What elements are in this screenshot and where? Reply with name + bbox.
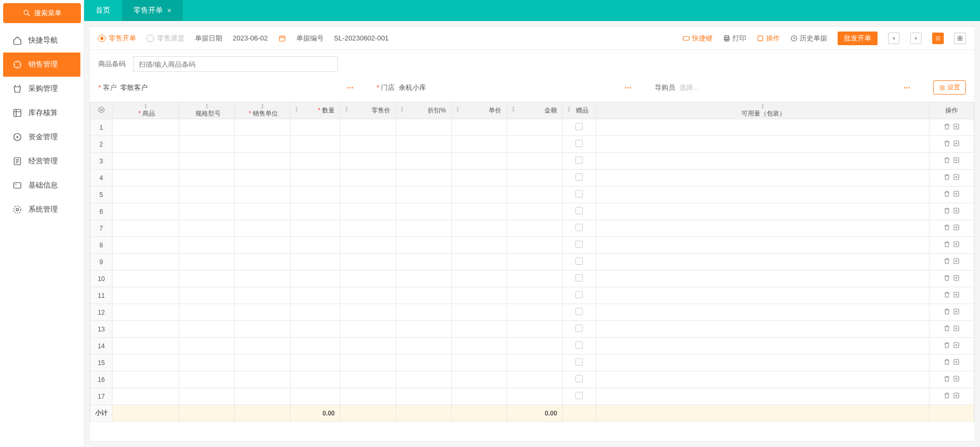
gift-checkbox[interactable] <box>575 257 583 265</box>
add-row-icon[interactable] <box>953 123 960 130</box>
add-row-icon[interactable] <box>953 241 960 248</box>
delete-icon[interactable] <box>943 358 951 366</box>
col-gear[interactable] <box>90 102 112 119</box>
table-row[interactable]: 12 <box>90 304 974 321</box>
gift-checkbox[interactable] <box>575 123 583 130</box>
sidebar-item-3[interactable]: 库存核算 <box>3 101 80 125</box>
delete-icon[interactable] <box>943 257 951 265</box>
next-icon-button[interactable] <box>910 33 922 44</box>
mode-return-radio[interactable]: 零售退货 <box>147 34 184 43</box>
col-unit-price[interactable]: 单价 <box>451 102 507 119</box>
gift-checkbox[interactable] <box>575 325 583 332</box>
delete-icon[interactable] <box>943 392 951 399</box>
table-row[interactable]: 7 <box>90 220 974 237</box>
delete-icon[interactable] <box>943 173 951 181</box>
sidebar-item-5[interactable]: 经营管理 <box>3 149 80 173</box>
col-amount[interactable]: 金额 <box>507 102 563 119</box>
gift-checkbox[interactable] <box>575 173 583 181</box>
gift-checkbox[interactable] <box>575 274 583 282</box>
add-row-icon[interactable] <box>953 325 960 332</box>
guide-value[interactable]: 选择... <box>679 83 699 92</box>
add-row-icon[interactable] <box>953 375 960 382</box>
table-row[interactable]: 13 <box>90 321 974 338</box>
delete-icon[interactable] <box>943 291 951 298</box>
add-row-icon[interactable] <box>953 224 960 231</box>
date-value[interactable]: 2023-06-02 <box>233 34 268 42</box>
gift-checkbox[interactable] <box>575 308 583 315</box>
prev-icon-button[interactable] <box>888 33 900 44</box>
delete-icon[interactable] <box>943 274 951 282</box>
customer-value[interactable]: 零散客户 <box>120 83 148 92</box>
settings-button[interactable]: 设置 <box>933 80 966 95</box>
delete-icon[interactable] <box>943 157 951 164</box>
add-row-icon[interactable] <box>953 341 960 349</box>
history-link[interactable]: 历史单据 <box>790 34 827 43</box>
tab-1[interactable]: 零售开单× <box>122 0 183 21</box>
sidebar-item-7[interactable]: 系统管理 <box>3 197 80 222</box>
add-row-icon[interactable] <box>953 392 960 399</box>
table-row[interactable]: 2 <box>90 136 974 153</box>
table-row[interactable]: 10 <box>90 271 974 287</box>
delete-icon[interactable] <box>943 341 951 349</box>
sidebar-item-0[interactable]: 快捷导航 <box>3 28 80 53</box>
store-picker-icon[interactable]: ⋯ <box>625 84 632 91</box>
delete-icon[interactable] <box>943 140 951 147</box>
table-row[interactable]: 1 <box>90 119 974 136</box>
delete-icon[interactable] <box>943 207 951 214</box>
col-qty[interactable]: 数量 <box>290 102 340 119</box>
col-discount[interactable]: 折扣% <box>396 102 451 119</box>
gift-checkbox[interactable] <box>575 207 583 214</box>
table-row[interactable]: 6 <box>90 203 974 220</box>
add-row-icon[interactable] <box>953 257 960 265</box>
delete-icon[interactable] <box>943 241 951 248</box>
table-row[interactable]: 3 <box>90 153 974 170</box>
store-value[interactable]: 余杭小库 <box>399 83 426 92</box>
customer-picker-icon[interactable]: ⋯ <box>347 84 354 91</box>
delete-icon[interactable] <box>943 325 951 332</box>
gift-checkbox[interactable] <box>575 140 583 147</box>
view-grid-button[interactable] <box>954 33 966 44</box>
guide-picker-icon[interactable]: ⋯ <box>903 84 910 91</box>
gift-checkbox[interactable] <box>575 291 583 298</box>
sidebar-item-6[interactable]: 基础信息 <box>3 173 80 197</box>
delete-icon[interactable] <box>943 224 951 231</box>
view-list-button[interactable] <box>932 33 944 44</box>
add-row-icon[interactable] <box>953 291 960 298</box>
sidebar-item-2[interactable]: 采购管理 <box>3 77 80 101</box>
print-link[interactable]: 打印 <box>723 34 746 43</box>
add-row-icon[interactable] <box>953 207 960 214</box>
mode-retail-radio[interactable]: 零售开单 <box>98 34 136 43</box>
gift-checkbox[interactable] <box>575 358 583 366</box>
gift-checkbox[interactable] <box>575 157 583 164</box>
table-row[interactable]: 17 <box>90 388 974 405</box>
barcode-input[interactable] <box>133 56 338 72</box>
gift-checkbox[interactable] <box>575 392 583 399</box>
table-row[interactable]: 8 <box>90 237 974 254</box>
add-row-icon[interactable] <box>953 274 960 282</box>
gift-checkbox[interactable] <box>575 190 583 197</box>
add-row-icon[interactable] <box>953 140 960 147</box>
batch-order-button[interactable]: 批发开单 <box>838 32 878 45</box>
col-unit[interactable]: 销售单位 <box>235 102 291 119</box>
col-product[interactable]: 商品 <box>112 102 179 119</box>
gift-checkbox[interactable] <box>575 241 583 248</box>
gift-checkbox[interactable] <box>575 224 583 231</box>
table-row[interactable]: 4 <box>90 170 974 186</box>
table-row[interactable]: 11 <box>90 287 974 304</box>
gift-checkbox[interactable] <box>575 375 583 382</box>
close-icon[interactable]: × <box>167 6 171 15</box>
add-row-icon[interactable] <box>953 173 960 181</box>
gift-checkbox[interactable] <box>575 341 583 349</box>
add-row-icon[interactable] <box>953 308 960 315</box>
search-menu-button[interactable]: 搜索菜单 <box>3 3 81 23</box>
tab-0[interactable]: 首页 <box>84 0 122 21</box>
calendar-icon[interactable] <box>278 35 286 42</box>
col-available[interactable]: 可用量（包装） <box>596 102 930 119</box>
add-row-icon[interactable] <box>953 157 960 164</box>
col-retail-price[interactable]: 零售价 <box>341 102 396 119</box>
add-row-icon[interactable] <box>953 190 960 197</box>
table-row[interactable]: 9 <box>90 254 974 271</box>
table-row[interactable]: 5 <box>90 186 974 203</box>
table-row[interactable]: 15 <box>90 355 974 371</box>
sidebar-item-4[interactable]: 资金管理 <box>3 125 80 149</box>
